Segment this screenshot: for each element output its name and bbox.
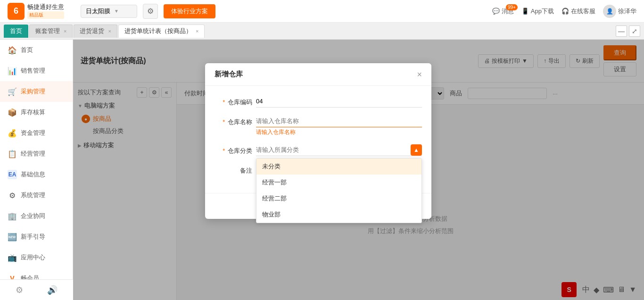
purchase-stat-tab-label: 进货单统计表（按商品） [124,27,192,35]
enterprise-icon: 🏢 [8,211,17,221]
inventory-icon: 📦 [8,108,17,117]
accounts-tab-label: 账套管理 [35,27,60,35]
message-icon: 💬 [492,8,500,15]
sidebar-item-operation[interactable]: 📋 经营管理 [0,143,73,164]
sidebar-operation-label: 经营管理 [21,150,45,158]
sidebar-bottom-bar: ⚙ 🔊 [0,279,73,300]
modal-close-button[interactable]: × [417,70,422,79]
sidebar-enterprise-label: 企业协同 [21,212,45,220]
modal-header: 新增仓库 × [205,63,431,86]
tab-controls: — ⤢ [616,25,640,37]
dropdown-item-dept2[interactable]: 经营二部 [256,191,421,207]
tab-purchase-return[interactable]: 进货退货 × [74,25,117,38]
store-arrow-icon: ▼ [114,8,119,14]
sidebar-item-home[interactable]: 🏠 首页 [0,40,73,60]
tab-minimize-button[interactable]: — [616,25,627,37]
category-label: * 仓库分类 [215,144,252,155]
operation-icon: 📋 [8,149,17,158]
sidebar-item-enterprise[interactable]: 🏢 企业协同 [0,206,73,226]
trial-button[interactable]: 体验行业方案 [164,4,215,18]
app-name: 畅捷通好生意 [27,3,64,11]
sidebar-inventory-label: 库存核算 [21,108,45,117]
warehouse-code-input[interactable] [256,95,422,108]
sidebar-item-guide[interactable]: 🆕 新手引导 [0,226,73,247]
sidebar-item-finance[interactable]: 💰 资金管理 [0,123,73,143]
sidebar-sales-label: 销售管理 [21,67,45,75]
purchase-stat-tab-close-icon[interactable]: × [196,28,198,34]
sidebar-item-basic[interactable]: EA 基础信息 [0,164,73,185]
sidebar-settings-icon[interactable]: ⚙ [16,285,23,295]
sidebar-basic-label: 基础信息 [21,170,45,179]
content-area: 进货单统计(按商品) 🖨 按模板打印 ▼ ↑ 导出 ↻ 刷新 查询 设置 [73,40,644,300]
sidebar: 🏠 首页 📊 销售管理 🛒 采购管理 📦 库存核算 💰 资金管理 📋 经营管理 … [0,40,73,300]
app-download-label: App下载 [531,7,554,16]
store-name: 日太阳膜 [86,7,110,16]
category-dropdown-arrow-button[interactable]: ▲ [411,144,422,156]
modal-body: * 仓库编码 * 仓库名称 请输入仓库名称 [205,86,431,193]
app-download-button[interactable]: 📱 App下载 [521,7,554,16]
tab-accounts[interactable]: 账套管理 × [29,25,73,38]
new-warehouse-modal: 新增仓库 × * 仓库编码 * 仓库名称 [205,63,431,219]
online-service-button[interactable]: 🎧 在线客服 [561,7,595,16]
code-label: * 仓库编码 [215,95,252,107]
name-form-row: * 仓库名称 请输入仓库名称 [215,115,422,136]
tab-home[interactable]: 首页 [4,25,28,38]
name-label-text: 仓库名称 [228,118,252,125]
sales-icon: 📊 [8,66,17,75]
sidebar-item-system[interactable]: ⚙ 系统管理 [0,185,73,206]
finance-icon: 💰 [8,128,17,138]
purchase-icon: 🛒 [8,87,17,96]
sidebar-item-purchase[interactable]: 🛒 采购管理 [0,81,73,102]
category-label-text: 仓库分类 [228,147,252,154]
logo-area: 6 畅捷通好生意 精品版 [8,3,81,20]
home-icon: 🏠 [8,45,17,55]
category-dropdown-wrapper: ▲ 未分类 经营一部 经营二部 物业部 [256,144,422,156]
phone-icon: 📱 [521,8,529,15]
dropdown-item-dept1[interactable]: 经营一部 [256,175,421,191]
basic-info-icon: EA [8,170,17,179]
main-layout: 🏠 首页 📊 销售管理 🛒 采购管理 📦 库存核算 💰 资金管理 📋 经营管理 … [0,40,644,300]
purchase-return-tab-label: 进货退货 [80,27,104,35]
system-icon: ⚙ [8,191,17,200]
header-right: 💬 消息 99+ 📱 App下载 🎧 在线客服 👤 徐泽华 [492,5,636,18]
store-selector[interactable]: 日太阳膜 ▼ [81,5,137,18]
top-header: 6 畅捷通好生意 精品版 日太阳膜 ▼ ⚙ 体验行业方案 💬 消息 99+ 📱 … [0,0,644,23]
sidebar-item-sales[interactable]: 📊 销售管理 [0,60,73,81]
sidebar-guide-label: 新手引导 [21,233,45,241]
headset-icon: 🎧 [561,8,569,15]
settings-gear-button[interactable]: ⚙ [143,4,158,19]
sidebar-finance-label: 资金管理 [21,129,45,137]
app-logo-icon: 6 [8,3,25,20]
dropdown-item-dept3[interactable]: 物业部 [256,207,421,223]
category-dropdown-list: 未分类 经营一部 经营二部 物业部 [256,158,422,223]
online-service-label: 在线客服 [571,7,595,16]
tab-bar: 首页 账套管理 × 进货退货 × 进货单统计表（按商品） × — ⤢ [0,23,644,40]
tab-expand-button[interactable]: ⤢ [629,25,640,37]
user-info[interactable]: 👤 徐泽华 [603,5,636,18]
code-label-text: 仓库编码 [228,99,252,106]
sidebar-sound-icon[interactable]: 🔊 [47,285,58,295]
messages-badge: 99+ [506,4,518,10]
app-sub: 精品版 [27,11,64,19]
header-middle: 日太阳膜 ▼ ⚙ 体验行业方案 [81,4,492,19]
gear-icon: ⚙ [147,7,154,16]
category-input[interactable] [256,144,422,156]
remark-label: 备注 [215,164,252,175]
sidebar-system-label: 系统管理 [21,191,45,200]
purchase-return-tab-close-icon[interactable]: × [108,28,111,34]
name-error-message: 请输入仓库名称 [256,128,422,136]
warehouse-name-input[interactable] [256,115,422,127]
username: 徐泽华 [618,7,636,16]
sidebar-appcenter-label: 应用中心 [21,253,45,262]
category-form-row: * 仓库分类 ▲ 未分类 经营一部 经营二部 物业部 [215,144,422,156]
sidebar-item-inventory[interactable]: 📦 库存核算 [0,102,73,123]
sidebar-home-label: 首页 [21,46,33,54]
avatar: 👤 [603,5,616,18]
sidebar-item-appcenter[interactable]: 📺 应用中心 [0,247,73,268]
messages-button[interactable]: 💬 消息 99+ [492,7,514,16]
dropdown-item-no-category[interactable]: 未分类 [256,158,421,175]
modal-title: 新增仓库 [215,70,243,79]
accounts-tab-close-icon[interactable]: × [64,28,66,34]
tab-purchase-stat[interactable]: 进货单统计表（按商品） × [118,25,205,38]
code-form-row: * 仓库编码 [215,95,422,108]
